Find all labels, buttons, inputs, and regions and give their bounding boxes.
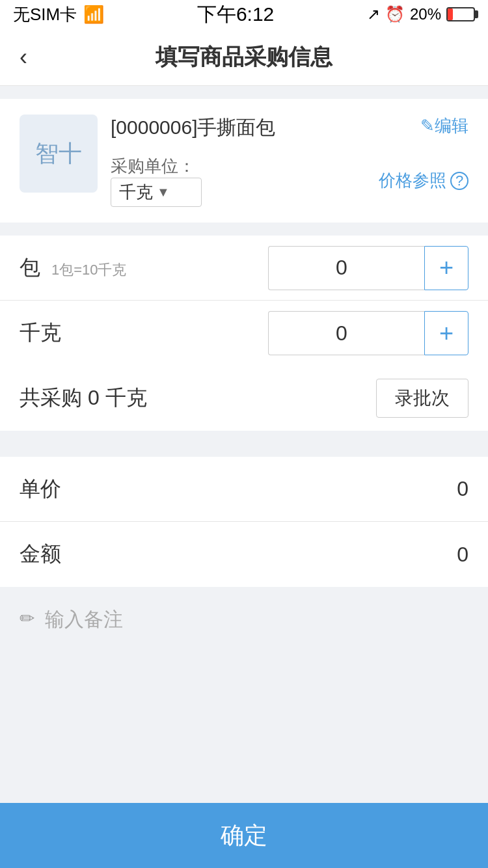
help-icon: ?	[450, 172, 468, 190]
note-icon: ✏	[20, 608, 34, 629]
wifi-icon: 📶	[83, 5, 104, 25]
battery-icon	[446, 7, 475, 21]
edit-button[interactable]: ✎编辑	[420, 115, 468, 137]
page-title: 填写商品采购信息	[156, 42, 332, 72]
alarm-icon: ⏰	[385, 5, 405, 23]
battery-fill	[448, 8, 453, 20]
product-name: [0000006]手撕面包	[111, 115, 275, 141]
unit-price-label: 单价	[20, 475, 61, 504]
kg-input-row: 千克 +	[0, 301, 488, 366]
bao-input[interactable]	[268, 246, 424, 290]
product-header: [0000006]手撕面包 ✎编辑	[111, 115, 468, 141]
summary-unit: 千克	[105, 386, 147, 409]
bao-input-section: 包 1包=10千克 + 千克 +	[0, 236, 488, 366]
amount-label: 金额	[20, 540, 61, 569]
bao-input-right: +	[268, 246, 468, 290]
bao-label-group: 包 1包=10千克	[20, 254, 268, 282]
status-right: ↗ ⏰ 20%	[367, 5, 475, 23]
kg-label: 千克	[20, 319, 268, 347]
note-placeholder: 输入备注	[45, 606, 123, 633]
note-section[interactable]: ✏ 输入备注	[0, 587, 488, 665]
summary-text: 共采购 0 千克	[20, 384, 147, 413]
summary-prefix: 共采购	[20, 386, 82, 409]
product-image: 智十	[20, 115, 98, 193]
dropdown-arrow: ▼	[157, 185, 170, 200]
summary-qty-space	[100, 386, 105, 409]
bao-input-row: 包 1包=10千克 +	[0, 236, 488, 301]
summary-row: 共采购 0 千克 录批次	[0, 366, 488, 431]
unit-price-value: 0	[457, 477, 468, 501]
amount-row: 金额 0	[0, 522, 488, 587]
unit-value: 千克	[119, 181, 153, 204]
location-icon: ↗	[367, 5, 380, 23]
bao-plus-button[interactable]: +	[424, 246, 468, 290]
price-ref-button[interactable]: 价格参照 ?	[379, 169, 468, 192]
pricing-section: 单价 0 金额 0	[0, 457, 488, 587]
confirm-button[interactable]: 确定	[0, 803, 488, 868]
amount-value: 0	[457, 543, 468, 567]
status-bar: 无SIM卡 📶 下午6:12 ↗ ⏰ 20%	[0, 0, 488, 29]
product-logo-text: 智十	[35, 138, 82, 170]
product-info: [0000006]手撕面包 ✎编辑 采购单位： 千克 ▼ 价格参照 ?	[111, 115, 468, 207]
bao-label: 包	[20, 256, 40, 279]
carrier-label: 无SIM卡	[13, 3, 77, 26]
bao-sub-label: 1包=10千克	[51, 262, 127, 278]
batch-button[interactable]: 录批次	[376, 379, 468, 418]
unit-price-row: 单价 0	[0, 457, 488, 522]
section-divider-2	[0, 431, 488, 444]
unit-selector-row: 采购单位： 千克 ▼	[111, 154, 202, 207]
status-time: 下午6:12	[197, 1, 274, 28]
kg-input[interactable]	[268, 311, 424, 355]
product-unit-row: 采购单位： 千克 ▼ 价格参照 ?	[111, 154, 468, 207]
product-card: 智十 [0000006]手撕面包 ✎编辑 采购单位： 千克 ▼ 价格参照 ?	[0, 99, 488, 223]
kg-input-right: +	[268, 311, 468, 355]
back-button[interactable]: ‹	[20, 44, 27, 71]
section-divider-1	[0, 223, 488, 236]
battery-percent: 20%	[410, 5, 441, 23]
nav-bar: ‹ 填写商品采购信息	[0, 29, 488, 86]
status-left: 无SIM卡 📶	[13, 3, 104, 26]
kg-plus-button[interactable]: +	[424, 311, 468, 355]
unit-select[interactable]: 千克 ▼	[111, 178, 202, 207]
summary-qty-value: 0	[88, 386, 100, 409]
price-ref-label: 价格参照	[379, 169, 446, 192]
unit-label: 采购单位：	[111, 156, 195, 176]
